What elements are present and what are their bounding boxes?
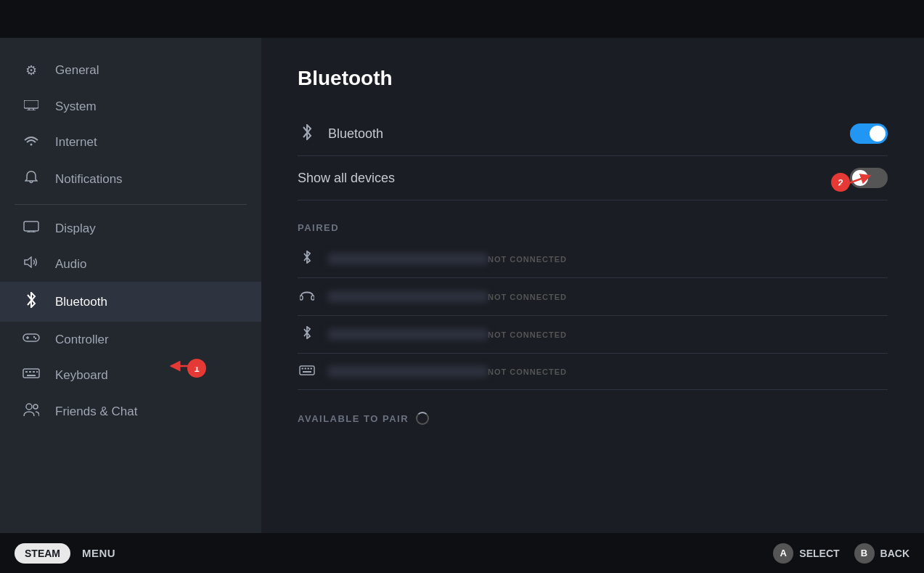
svg-rect-25: [300, 366, 314, 375]
page-title: Bluetooth: [298, 67, 888, 90]
show-all-devices-label: Show all devices: [298, 171, 850, 186]
bottom-bar: STEAM MENU A SELECT B BACK: [0, 533, 924, 573]
device1-bt-icon: [298, 251, 316, 267]
sidebar-item-notifications[interactable]: Notifications: [0, 160, 261, 198]
svg-rect-18: [33, 371, 35, 373]
sidebar-item-friends[interactable]: Friends & Chat: [0, 393, 261, 430]
paired-section-header: PAIRED: [298, 222, 888, 233]
back-label: BACK: [880, 548, 909, 559]
svg-rect-16: [25, 371, 28, 373]
svg-point-21: [26, 404, 32, 410]
select-badge: A: [773, 543, 793, 564]
annotation-2: 2: [831, 173, 850, 192]
main-layout: ⚙ General System Internet Notifications: [0, 38, 924, 533]
friends-icon: [22, 403, 41, 420]
device2-status: NOT CONNECTED: [488, 293, 567, 301]
back-control: B BACK: [854, 543, 909, 564]
sidebar-item-general[interactable]: ⚙ General: [0, 52, 261, 89]
available-section: AVAILABLE TO PAIR: [298, 412, 888, 425]
svg-rect-20: [27, 375, 36, 376]
sidebar-label-system: System: [55, 99, 97, 114]
keyboard-icon: [22, 367, 41, 383]
sidebar-item-internet[interactable]: Internet: [0, 124, 261, 160]
svg-rect-0: [24, 100, 38, 108]
svg-rect-29: [311, 368, 313, 370]
sidebar-label-audio: Audio: [55, 257, 86, 272]
display-icon: [22, 221, 41, 236]
annotation-1-arrow: [160, 346, 218, 382]
sidebar-label-general: General: [55, 63, 99, 78]
device3-name: [328, 329, 488, 340]
device1-status: NOT CONNECTED: [488, 255, 567, 264]
gear-icon: ⚙: [22, 62, 41, 78]
paired-device-3[interactable]: NOT CONNECTED: [298, 316, 888, 354]
svg-point-4: [30, 144, 33, 146]
sidebar-item-audio[interactable]: Audio: [0, 246, 261, 282]
steam-button[interactable]: STEAM: [15, 543, 70, 564]
svg-rect-23: [300, 296, 303, 300]
bluetooth-toggle-knob: [870, 126, 886, 142]
svg-point-22: [33, 405, 38, 409]
svg-point-13: [33, 336, 35, 338]
sidebar-label-friends: Friends & Chat: [55, 405, 137, 419]
system-icon: [22, 99, 41, 114]
sidebar-label-controller: Controller: [55, 333, 109, 347]
select-label: SELECT: [799, 548, 839, 559]
top-bar: [0, 0, 924, 38]
back-badge: B: [854, 543, 875, 564]
svg-rect-24: [311, 296, 314, 300]
bottom-controls: A SELECT B BACK: [773, 543, 909, 564]
bluetooth-toggle-switch[interactable]: [850, 123, 888, 144]
svg-rect-10: [23, 334, 39, 341]
available-header-text: AVAILABLE TO PAIR: [298, 413, 409, 424]
svg-rect-28: [308, 368, 310, 370]
sidebar-label-keyboard: Keyboard: [55, 368, 108, 383]
sidebar-label-notifications: Notifications: [55, 172, 123, 187]
svg-rect-19: [36, 371, 38, 373]
audio-icon: [22, 256, 41, 272]
show-all-devices-row: Show all devices: [298, 156, 888, 200]
sidebar-label-bluetooth: Bluetooth: [55, 295, 107, 309]
loading-spinner: [416, 412, 429, 425]
bluetooth-sidebar-icon: [22, 292, 41, 312]
controller-icon: [22, 332, 41, 347]
device3-status: NOT CONNECTED: [488, 330, 567, 339]
device2-headphone-icon: [298, 288, 316, 305]
svg-point-14: [35, 338, 36, 339]
paired-device-1[interactable]: NOT CONNECTED: [298, 240, 888, 278]
sidebar: ⚙ General System Internet Notifications: [0, 38, 261, 533]
svg-rect-26: [302, 368, 304, 370]
svg-rect-27: [305, 368, 307, 370]
sidebar-label-display: Display: [55, 222, 96, 236]
device4-name: [328, 366, 488, 377]
paired-device-2[interactable]: NOT CONNECTED: [298, 278, 888, 316]
show-all-devices-toggle[interactable]: [850, 168, 888, 188]
sidebar-item-bluetooth[interactable]: Bluetooth: [0, 282, 261, 322]
device4-status: NOT CONNECTED: [488, 367, 567, 376]
show-all-devices-knob: [852, 170, 868, 186]
internet-icon: [22, 134, 41, 150]
select-control: A SELECT: [773, 543, 839, 564]
svg-rect-17: [29, 371, 31, 373]
paired-device-4[interactable]: NOT CONNECTED: [298, 354, 888, 390]
svg-rect-30: [303, 371, 311, 373]
svg-rect-15: [23, 369, 39, 378]
steam-label: STEAM: [25, 548, 60, 559]
content-area: Bluetooth Bluetooth Show all devices PAI…: [261, 38, 924, 533]
device1-name: [328, 253, 488, 264]
device4-keyboard-icon: [298, 364, 316, 379]
sidebar-item-controller[interactable]: Controller: [0, 322, 261, 357]
sidebar-item-system[interactable]: System: [0, 89, 261, 124]
notifications-icon: [22, 170, 41, 188]
device2-name: [328, 291, 488, 302]
sidebar-label-internet: Internet: [55, 135, 97, 150]
menu-label: MENU: [82, 547, 115, 559]
bluetooth-toggle-row: Bluetooth: [298, 112, 888, 156]
svg-rect-5: [24, 222, 38, 231]
device3-bt-icon: [298, 326, 316, 343]
sidebar-item-keyboard[interactable]: Keyboard: [0, 357, 261, 393]
sidebar-divider: [15, 204, 247, 205]
bluetooth-toggle-label: Bluetooth: [328, 126, 850, 142]
svg-marker-9: [25, 257, 31, 267]
sidebar-item-display[interactable]: Display: [0, 211, 261, 246]
